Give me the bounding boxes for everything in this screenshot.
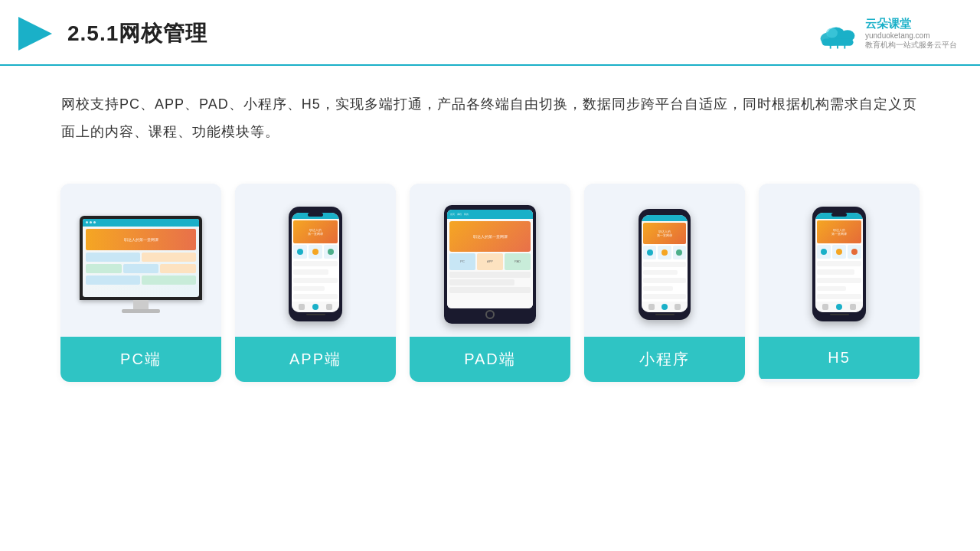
- card-pc: 职达人的第一堂网课: [60, 184, 221, 382]
- header: 2.5.1网校管理 云朵课堂 yunduoketang.com 教育机构一站式服…: [0, 0, 980, 66]
- card-h5-image: 职达人的第一堂网课: [759, 184, 920, 337]
- card-pc-image: 职达人的第一堂网课: [60, 184, 221, 337]
- header-left: 2.5.1网校管理: [15, 14, 207, 54]
- card-miniprogram: 职达人的第一堂网课: [584, 184, 745, 382]
- card-app-label: APP端: [235, 337, 396, 382]
- pad-device-mock: 首页 课程 我的 职达人的第一堂网课 PC APP PAD: [444, 205, 536, 324]
- logo-text: 云朵课堂 yunduoketang.com 教育机构一站式服务云平台: [865, 17, 957, 51]
- card-pad-label: PAD端: [410, 337, 570, 382]
- card-miniprogram-image: 职达人的第一堂网课: [584, 184, 745, 337]
- pc-device-mock: 职达人的第一堂网课: [80, 216, 202, 313]
- card-miniprogram-label: 小程序: [584, 337, 745, 382]
- description-text: 网校支持PC、APP、PAD、小程序、H5，实现多端打通，产品各终端自由切换，数…: [0, 66, 980, 161]
- page-title: 2.5.1网校管理: [67, 19, 207, 48]
- card-app-image: 职达人的第一堂网课: [235, 184, 396, 337]
- card-pc-label: PC端: [60, 337, 221, 382]
- svg-marker-0: [18, 17, 52, 51]
- h5-device-mock: 职达人的第一堂网课: [812, 207, 866, 321]
- card-pad-image: 首页 课程 我的 职达人的第一堂网课 PC APP PAD: [410, 184, 570, 337]
- logo-icon: [816, 18, 859, 49]
- logo-area: 云朵课堂 yunduoketang.com 教育机构一站式服务云平台: [816, 17, 957, 51]
- cards-container: 职达人的第一堂网课: [0, 168, 980, 405]
- card-app: 职达人的第一堂网课: [235, 184, 396, 382]
- app-device-mock: 职达人的第一堂网课: [289, 207, 342, 321]
- card-h5: 职达人的第一堂网课: [759, 184, 920, 382]
- svg-point-5: [826, 28, 838, 38]
- miniprogram-device-mock: 职达人的第一堂网课: [639, 209, 691, 320]
- play-icon: [15, 14, 55, 54]
- card-pad: 首页 课程 我的 职达人的第一堂网课 PC APP PAD: [410, 184, 570, 382]
- card-h5-label: H5: [759, 337, 920, 379]
